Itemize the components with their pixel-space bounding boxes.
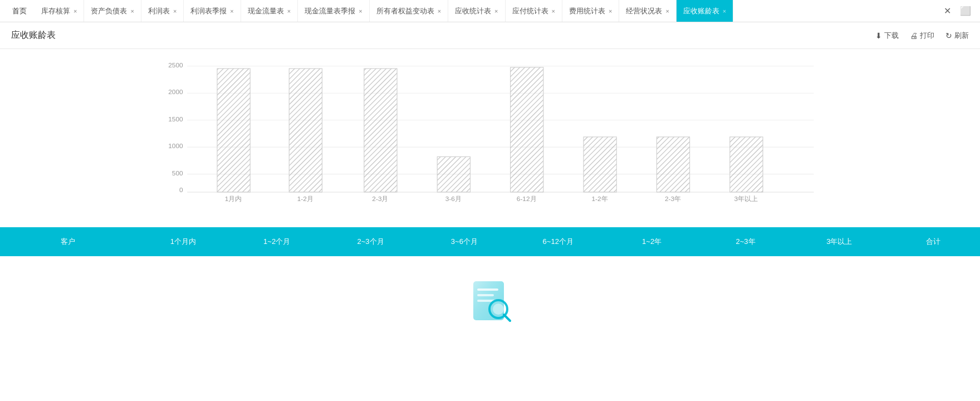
svg-rect-22 [477, 288, 498, 291]
bar-1month [217, 69, 250, 192]
svg-line-27 [504, 315, 510, 321]
bar-2-3month [364, 69, 397, 192]
tab-profit-quarterly[interactable]: 利润表季报 × [184, 0, 241, 22]
svg-text:2-3月: 2-3月 [372, 195, 388, 203]
svg-text:0: 0 [179, 186, 183, 194]
col-3plus-year: 3年以上 [792, 237, 886, 247]
col-customer: 客户 [0, 237, 136, 247]
download-icon: ⬇ [875, 31, 882, 40]
svg-text:6-12月: 6-12月 [517, 195, 537, 203]
empty-state-icon [462, 273, 518, 329]
tab-receivable-stats[interactable]: 应收统计表 × [448, 0, 505, 22]
empty-state [0, 256, 980, 401]
col-1month: 1个月内 [136, 237, 230, 247]
close-balance-sheet-tab[interactable]: × [130, 8, 134, 14]
window-close-icon[interactable]: ✕ [942, 3, 953, 18]
tab-bar: 首页 库存核算 × 资产负债表 × 利润表 × 利润表季报 × 现金流量表 × … [0, 0, 980, 22]
page-title: 应收账龄表 [11, 30, 56, 41]
close-aging-tab[interactable]: × [723, 8, 726, 14]
tab-home[interactable]: 首页 [4, 0, 35, 22]
download-button[interactable]: ⬇ 下载 [875, 31, 899, 41]
svg-text:3-6月: 3-6月 [445, 195, 462, 203]
svg-text:1月内: 1月内 [225, 195, 242, 203]
col-total: 合计 [886, 237, 980, 247]
col-1-2month: 1~2个月 [230, 237, 324, 247]
svg-text:2500: 2500 [168, 61, 183, 69]
close-inventory-tab[interactable]: × [74, 8, 77, 14]
svg-text:500: 500 [172, 169, 183, 177]
close-equity-tab[interactable]: × [438, 8, 441, 14]
bar-2-3year [656, 137, 689, 192]
refresh-button[interactable]: ↻ 刷新 [945, 31, 969, 41]
svg-text:2000: 2000 [168, 88, 183, 96]
tab-expense-stats[interactable]: 费用统计表 × [562, 0, 619, 22]
print-icon: 🖨 [910, 31, 918, 40]
close-payable-stats-tab[interactable]: × [552, 8, 555, 14]
tab-aging[interactable]: 应收账龄表 × [677, 0, 733, 22]
print-button[interactable]: 🖨 打印 [910, 31, 934, 41]
svg-text:1500: 1500 [168, 115, 183, 123]
svg-rect-23 [477, 294, 494, 296]
col-1-2year: 1~2年 [605, 237, 698, 247]
close-profit-tab[interactable]: × [173, 8, 177, 14]
col-3-6month: 3~6个月 [418, 237, 511, 247]
bar-chart: 2500 2000 1500 1000 500 0 1月内 1-2月 2-3月 [22, 60, 958, 216]
close-operation-tab[interactable]: × [665, 8, 669, 14]
tab-inventory[interactable]: 库存核算 × [35, 0, 84, 22]
close-expense-stats-tab[interactable]: × [609, 8, 612, 14]
tab-equity[interactable]: 所有者权益变动表 × [370, 0, 448, 22]
col-2-3month: 2~3个月 [324, 237, 417, 247]
bar-1-2month [289, 69, 322, 192]
bar-3-6month [437, 157, 470, 192]
bar-1-2year [584, 137, 616, 192]
close-cashflow-tab[interactable]: × [287, 8, 291, 14]
svg-text:3年以上: 3年以上 [734, 195, 758, 203]
refresh-icon: ↻ [945, 31, 952, 40]
main-content: 2500 2000 1500 1000 500 0 1月内 1-2月 2-3月 [0, 49, 980, 401]
svg-text:1-2年: 1-2年 [592, 195, 608, 203]
col-2-3year: 2~3年 [699, 237, 792, 247]
chart-area: 2500 2000 1500 1000 500 0 1月内 1-2月 2-3月 [0, 49, 980, 227]
bar-3plus-year [730, 137, 763, 192]
close-cashflow-quarterly-tab[interactable]: × [359, 8, 362, 14]
svg-point-26 [493, 304, 504, 315]
close-receivable-stats-tab[interactable]: × [494, 8, 498, 14]
window-maximize-icon[interactable]: ⬜ [958, 3, 973, 18]
tab-bar-actions: ✕ ⬜ [942, 3, 976, 18]
page-header: 应收账龄表 ⬇ 下载 🖨 打印 ↻ 刷新 [0, 22, 980, 49]
close-profit-quarterly-tab[interactable]: × [230, 8, 233, 14]
table-header: 客户 1个月内 1~2个月 2~3个月 3~6个月 6~12个月 1~2年 2~… [0, 227, 980, 256]
svg-text:2-3年: 2-3年 [665, 195, 681, 203]
tab-cashflow[interactable]: 现金流量表 × [241, 0, 298, 22]
tab-operation[interactable]: 经营状况表 × [619, 0, 676, 22]
tab-balance-sheet[interactable]: 资产负债表 × [84, 0, 141, 22]
svg-text:1-2月: 1-2月 [297, 195, 313, 203]
tab-payable-stats[interactable]: 应付统计表 × [506, 0, 562, 22]
tab-profit[interactable]: 利润表 × [141, 0, 184, 22]
bar-6-12month [511, 67, 543, 192]
page-actions: ⬇ 下载 🖨 打印 ↻ 刷新 [875, 31, 969, 41]
svg-text:1000: 1000 [168, 142, 183, 150]
tab-cashflow-quarterly[interactable]: 现金流量表季报 × [298, 0, 369, 22]
col-6-12month: 6~12个月 [511, 237, 605, 247]
